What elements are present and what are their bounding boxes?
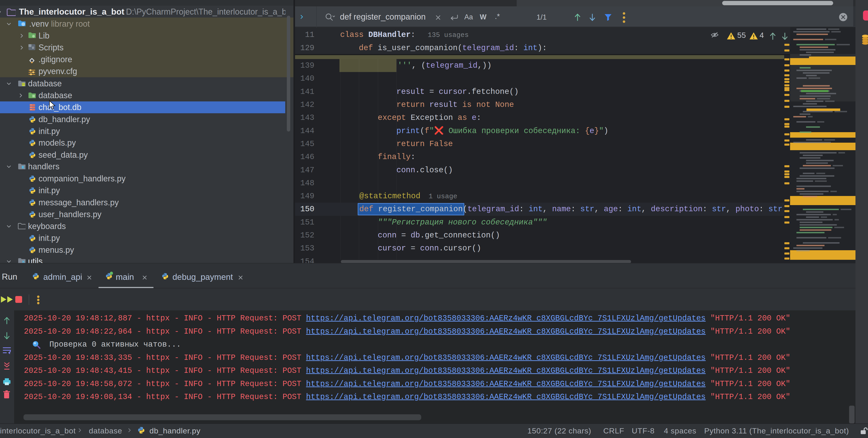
svg-text:o: o [32, 45, 34, 50]
